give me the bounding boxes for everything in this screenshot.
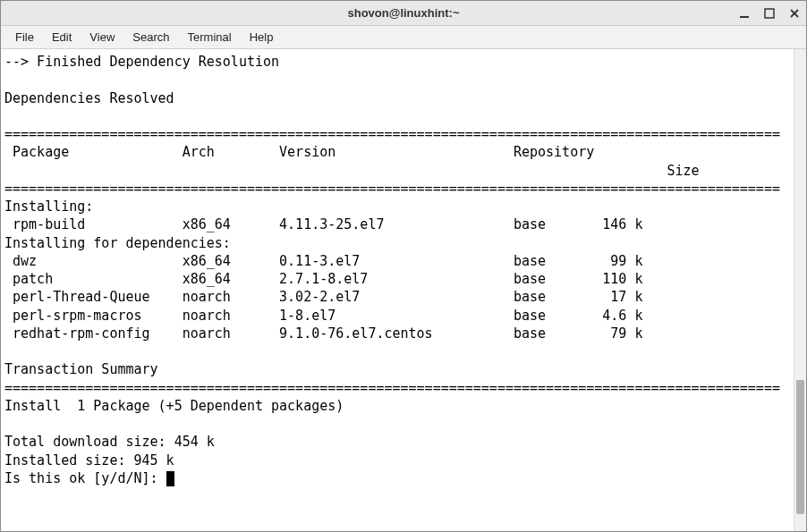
line-rule: ========================================… [4, 181, 780, 197]
scrollbar-track[interactable] [794, 49, 806, 531]
row-patch: patch x86_64 2.7.1-8.el7 base 110 k [4, 271, 642, 287]
line-tx-summary: Transaction Summary [4, 361, 158, 377]
row-perl-srpm-macros: perl-srpm-macros noarch 1-8.el7 base 4.6… [4, 308, 642, 324]
row-redhat-rpm-config: redhat-rpm-config noarch 9.1.0-76.el7.ce… [4, 325, 642, 342]
line-installing-deps: Installing for dependencies: [4, 235, 231, 251]
line-inst-size: Installed size: 945 k [4, 452, 174, 469]
window-title: shovon@linuxhint:~ [348, 6, 460, 20]
svg-rect-0 [740, 16, 749, 18]
scrollbar-thumb[interactable] [796, 380, 804, 514]
menu-terminal[interactable]: Terminal [179, 28, 241, 46]
maximize-button[interactable] [763, 7, 776, 20]
svg-rect-1 [765, 9, 774, 18]
line-installing: Installing: [4, 198, 93, 215]
line-header-2: Size [4, 163, 700, 179]
line-deps-resolved: Dependencies Resolved [4, 90, 174, 106]
menu-view[interactable]: View [81, 28, 123, 46]
menu-file[interactable]: File [6, 28, 43, 46]
menu-edit[interactable]: Edit [43, 28, 81, 46]
row-rpm-build: rpm-build x86_64 4.11.3-25.el7 base 146 … [4, 216, 642, 232]
terminal-cursor [166, 471, 174, 486]
close-button[interactable] [788, 7, 801, 20]
line-finished: --> Finished Dependency Resolution [4, 54, 279, 70]
window-controls [738, 1, 801, 25]
line-rule: ========================================… [4, 126, 780, 142]
menu-help[interactable]: Help [241, 28, 283, 46]
terminal-output[interactable]: --> Finished Dependency Resolution Depen… [1, 49, 806, 531]
line-rule: ========================================… [4, 380, 780, 396]
row-dwz: dwz x86_64 0.11-3.el7 base 99 k [4, 253, 642, 269]
line-install: Install 1 Package (+5 Dependent packages… [4, 398, 344, 414]
line-prompt: Is this ok [y/d/N]: [4, 470, 166, 486]
menu-search[interactable]: Search [123, 28, 178, 46]
row-perl-thread-queue: perl-Thread-Queue noarch 3.02-2.el7 base… [4, 289, 642, 305]
titlebar: shovon@linuxhint:~ [1, 1, 806, 26]
line-dl-size: Total download size: 454 k [4, 434, 215, 450]
line-header-1: Package Arch Version Repository [4, 144, 594, 160]
menubar: File Edit View Search Terminal Help [1, 26, 806, 49]
minimize-button[interactable] [738, 7, 751, 20]
